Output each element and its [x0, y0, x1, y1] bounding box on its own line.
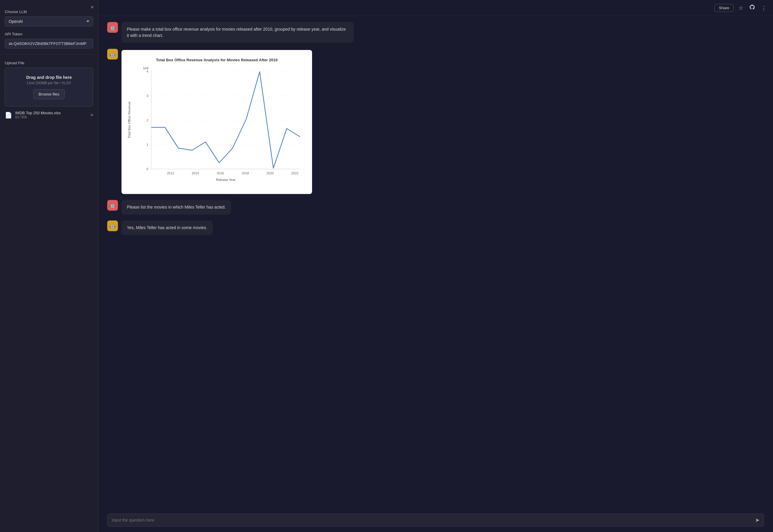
svg-text:2020: 2020 [267, 171, 274, 175]
user-avatar-2: 🤖 [107, 200, 118, 211]
llm-select[interactable]: OpenAIAnthropicGemini [5, 16, 93, 26]
svg-text:0: 0 [146, 167, 148, 171]
star-button[interactable]: ☆ [737, 4, 744, 12]
svg-text:1: 1 [146, 143, 148, 146]
upload-zone-title: Drag and drop file here [10, 75, 88, 80]
chart-svg: Total Box Office Revenue Analysis for Mo… [124, 53, 309, 190]
svg-text:2018: 2018 [242, 171, 249, 175]
chart-container: Total Box Office Revenue Analysis for Mo… [121, 50, 312, 194]
file-size: 83.7KB [15, 115, 87, 119]
svg-text:2012: 2012 [167, 171, 174, 175]
user-avatar-1: 🤖 [107, 22, 118, 33]
bot-avatar-1: 🤖 [107, 49, 118, 60]
messages-container: 🤖 Please make a total box office revenue… [98, 16, 773, 509]
svg-text:Release Year: Release Year [216, 178, 236, 181]
svg-text:2: 2 [146, 118, 148, 122]
file-info: IMDB Top 250 Movies.xlsx 83.7KB [15, 111, 87, 119]
browse-files-button[interactable]: Browse files [33, 89, 64, 99]
chart-line [151, 72, 300, 168]
input-area: ➤ [98, 509, 773, 532]
svg-text:Total Box Office Revenue: Total Box Office Revenue [127, 101, 131, 138]
api-token-input[interactable] [5, 39, 93, 48]
share-button[interactable]: Share [714, 4, 734, 12]
file-icon: 📄 [5, 112, 12, 119]
more-options-button[interactable]: ⋮ [760, 4, 768, 12]
upload-zone-subtitle: Limit 200MB per file • XLSX [10, 81, 88, 85]
chart-title: Total Box Office Revenue Analysis for Mo… [156, 58, 278, 62]
header: Share ☆ ⋮ [98, 0, 773, 16]
svg-text:2014: 2014 [192, 171, 199, 175]
message-bubble-4: Yes, Miles Teller has acted in some movi… [121, 220, 213, 235]
github-button[interactable] [748, 3, 756, 13]
divider [5, 54, 93, 55]
message-1: 🤖 Please make a total box office revenue… [107, 22, 764, 43]
api-token-label: API Token [5, 32, 93, 36]
message-2: 🤖 Total Box Office Revenue Analysis for … [107, 49, 764, 194]
upload-section-label: Upload File [5, 61, 93, 65]
sidebar: × Choose LLM OpenAIAnthropicGemini API T… [0, 0, 98, 532]
message-bubble-3: Please list the movies in which Miles Te… [121, 200, 231, 215]
bot-avatar-2: 🤖 [107, 220, 118, 231]
file-remove-button[interactable]: × [90, 112, 93, 118]
message-4: 🤖 Yes, Miles Teller has acted in some mo… [107, 220, 764, 235]
send-button[interactable]: ➤ [755, 517, 760, 523]
llm-section-label: Choose LLM [5, 10, 93, 14]
main-content: Share ☆ ⋮ 🤖 Please make a total box offi… [98, 0, 773, 532]
svg-text:3: 3 [146, 94, 148, 98]
message-bubble-1: Please make a total box office revenue a… [121, 22, 354, 43]
svg-text:4: 4 [146, 70, 148, 73]
input-wrapper: ➤ [107, 514, 764, 527]
file-name: IMDB Top 250 Movies.xlsx [15, 111, 87, 115]
chat-input[interactable] [112, 518, 752, 522]
file-item: 📄 IMDB Top 250 Movies.xlsx 83.7KB × [5, 111, 93, 119]
sidebar-close-button[interactable]: × [90, 4, 94, 10]
svg-text:2016: 2016 [217, 171, 224, 175]
upload-zone[interactable]: Drag and drop file here Limit 200MB per … [5, 68, 93, 107]
svg-text:2022: 2022 [291, 171, 298, 175]
message-3: 🤖 Please list the movies in which Miles … [107, 200, 764, 215]
